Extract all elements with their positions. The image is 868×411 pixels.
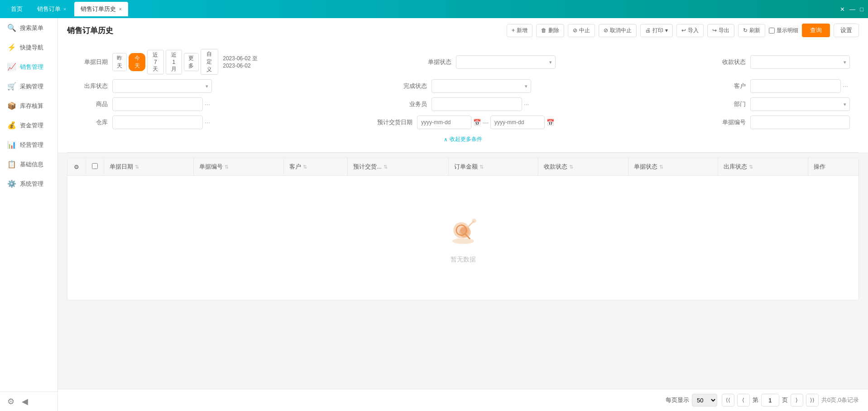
sidebar-item-finance[interactable]: 💰 资金管理 xyxy=(0,116,58,135)
salesperson-label: 业务员 xyxy=(395,100,427,108)
settings-button[interactable]: 设置 xyxy=(834,24,859,37)
stop-button[interactable]: ⊘ 中止 xyxy=(568,24,595,37)
payment-status-select[interactable] xyxy=(750,55,850,69)
order-status-select[interactable] xyxy=(456,55,556,69)
topbar-close-icon[interactable]: ✕ xyxy=(840,6,845,13)
product-ellipsis-icon[interactable]: ··· xyxy=(203,101,212,108)
th-delivery-status[interactable]: 出库状态 ⇅ xyxy=(718,158,808,176)
print-button[interactable]: 🖨 打印 ▾ xyxy=(640,24,673,37)
last-page-button[interactable]: ⟩⟩ xyxy=(806,394,819,406)
date-custom-btn[interactable]: 自定义 xyxy=(201,49,219,75)
tab-sales-order-close[interactable]: × xyxy=(63,6,66,12)
export-button[interactable]: ↪ 导出 xyxy=(707,24,734,37)
print-label: 打印 xyxy=(652,27,663,34)
import-button[interactable]: ↩ 导入 xyxy=(676,24,704,37)
product-input[interactable] xyxy=(112,97,203,111)
sales-icon: 📈 xyxy=(7,63,16,71)
refresh-button[interactable]: ↻ 刷新 xyxy=(738,24,765,37)
sort-order-amount-icon: ⇅ xyxy=(480,164,484,170)
page-title: 销售订单历史 xyxy=(67,25,113,36)
tab-sales-history-close[interactable]: × xyxy=(119,6,121,12)
new-button[interactable]: + 新增 xyxy=(507,24,532,37)
query-button[interactable]: 查询 xyxy=(802,24,830,37)
first-page-button[interactable]: ⟨⟨ xyxy=(722,394,734,406)
product-input-wrap: ··· xyxy=(112,97,212,111)
payment-status-select-wrap: ▾ xyxy=(750,55,850,69)
customer-input-wrap: ··· xyxy=(750,79,850,93)
sidebar-item-basic-info[interactable]: 📋 基础信息 xyxy=(0,155,58,174)
cancel-stop-button[interactable]: ⊘ 取消中止 xyxy=(599,24,637,37)
date-today-btn[interactable]: 今天 xyxy=(129,53,145,71)
per-page-label: 每页显示 xyxy=(666,396,689,404)
delete-button[interactable]: 🗑 删除 xyxy=(536,24,564,37)
th-order-date[interactable]: 单据日期 ⇅ xyxy=(104,158,194,176)
sort-customer-icon: ⇅ xyxy=(303,164,307,170)
tab-sales-order[interactable]: 销售订单 × xyxy=(31,2,72,16)
warehouse-ellipsis-icon[interactable]: ··· xyxy=(203,119,212,126)
warehouse-input[interactable] xyxy=(112,116,203,129)
sidebar-item-system[interactable]: ⚙️ 系统管理 xyxy=(0,174,58,193)
order-number-label: 单据编号 xyxy=(714,118,746,126)
th-order-number-label: 单据编号 xyxy=(199,163,223,171)
th-order-amount[interactable]: 订单金额 ⇅ xyxy=(448,158,538,176)
order-number-input-wrap xyxy=(750,116,850,129)
date-1month-btn[interactable]: 近1月 xyxy=(166,50,182,74)
filter-area: 单据日期 昨天 今天 近7天 近1月 更多 自定义 2023-06-02 至 2… xyxy=(67,44,859,153)
sidebar-item-quick-nav[interactable]: ⚡ 快捷导航 xyxy=(0,38,58,57)
total-records: 共0页,0条记录 xyxy=(821,396,859,404)
calendar-start-icon[interactable]: 📅 xyxy=(473,119,481,126)
sidebar-item-inventory[interactable]: 📦 库存核算 xyxy=(0,96,58,116)
th-customer[interactable]: 客户 ⇅ xyxy=(283,158,347,176)
delete-label: 删除 xyxy=(548,27,559,34)
th-actions: 操作 xyxy=(808,158,858,176)
sidebar-settings-icon[interactable]: ⚙ xyxy=(7,396,14,406)
sidebar-item-sales[interactable]: 📈 销售管理 xyxy=(0,57,58,77)
salesperson-ellipsis-icon[interactable]: ··· xyxy=(522,101,531,108)
sidebar-item-operations[interactable]: 📊 经营管理 xyxy=(0,135,58,155)
prev-page-button[interactable]: ⟨ xyxy=(737,394,750,406)
th-payment-status[interactable]: 收款状态 ⇅ xyxy=(538,158,628,176)
select-all-checkbox[interactable] xyxy=(92,163,98,169)
per-page-select[interactable]: 10 20 50 100 xyxy=(692,394,717,406)
delivery-date-end-input[interactable] xyxy=(490,116,545,129)
completion-status-select[interactable] xyxy=(432,79,531,93)
department-select[interactable] xyxy=(750,97,850,111)
sidebar-item-search[interactable]: 🔍 搜索菜单 xyxy=(0,18,58,38)
sidebar-item-operations-label: 经营管理 xyxy=(20,141,43,149)
customer-input[interactable] xyxy=(750,79,841,93)
settings-gear-icon[interactable]: ⚙ xyxy=(74,164,79,170)
delivery-date-start-input[interactable] xyxy=(417,116,471,129)
calendar-end-icon[interactable]: 📅 xyxy=(547,119,554,126)
th-order-status[interactable]: 单据状态 ⇅ xyxy=(628,158,718,176)
import-label: 导入 xyxy=(688,27,699,34)
th-delivery-status-label: 出库状态 xyxy=(724,163,747,171)
customer-label: 客户 xyxy=(714,82,746,90)
th-delivery-date[interactable]: 预计交货... ⇅ xyxy=(347,158,448,176)
topbar-minimize-icon[interactable]: — xyxy=(849,6,855,13)
salesperson-input[interactable] xyxy=(432,97,522,111)
cancel-stop-icon: ⊘ xyxy=(604,27,608,34)
th-order-number[interactable]: 单据编号 ⇅ xyxy=(194,158,284,176)
delivery-status-select[interactable] xyxy=(112,79,212,93)
display-checkbox[interactable] xyxy=(769,28,775,34)
tab-sales-history[interactable]: 销售订单历史 × xyxy=(74,2,128,16)
topbar-maximize-icon[interactable]: □ xyxy=(860,6,863,13)
next-page-button[interactable]: ⟩ xyxy=(791,394,803,406)
customer-ellipsis-icon[interactable]: ··· xyxy=(841,82,850,90)
sidebar-collapse-icon[interactable]: ◀ xyxy=(22,396,28,406)
layout: 🔍 搜索菜单 ⚡ 快捷导航 📈 销售管理 🛒 采购管理 📦 库存核算 💰 资金管… xyxy=(0,18,868,411)
date-more-btn[interactable]: 更多 xyxy=(184,53,198,71)
display-toggle[interactable]: 显示明细 xyxy=(769,27,798,34)
sidebar-item-purchase[interactable]: 🛒 采购管理 xyxy=(0,77,58,96)
collapse-row[interactable]: ∧ 收起更多条件 xyxy=(76,134,850,147)
toolbar: + 新增 🗑 删除 ⊘ 中止 ⊘ 取消中止 xyxy=(507,24,859,37)
date-yesterday-btn[interactable]: 昨天 xyxy=(112,53,127,71)
filter-row-3: 商品 ··· 业务员 ··· 部门 ▾ xyxy=(76,97,850,111)
th-checkbox[interactable] xyxy=(86,158,104,176)
page-number-input[interactable] xyxy=(761,394,779,406)
order-number-input[interactable] xyxy=(750,116,850,129)
date-7days-btn[interactable]: 近7天 xyxy=(147,50,164,74)
tab-home[interactable]: 首页 xyxy=(5,2,29,16)
th-settings[interactable]: ⚙ xyxy=(67,158,86,176)
refresh-icon: ↻ xyxy=(743,27,748,34)
